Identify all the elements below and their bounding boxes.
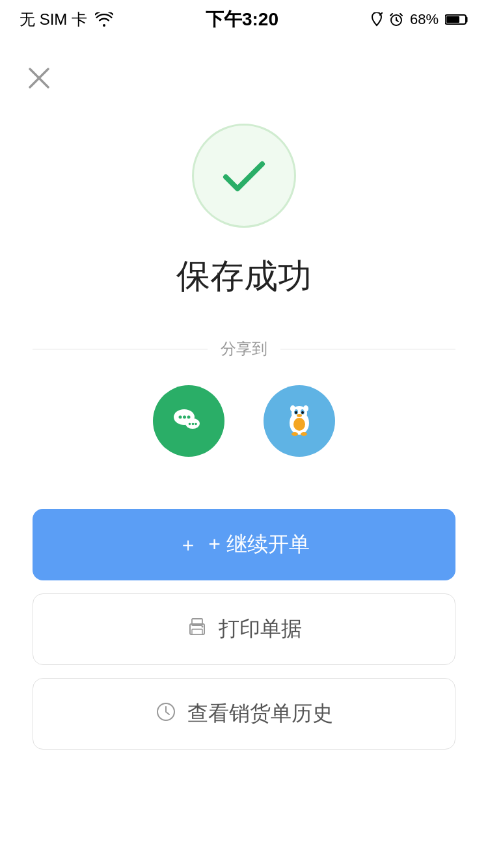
status-left: 无 SIM 卡 [20,9,113,30]
main-content: 保存成功 分享到 [0,98,488,868]
divider-line-left [33,349,208,349]
print-label: 打印单据 [219,615,302,644]
plus-icon: ＋ [178,532,198,558]
history-icon [155,701,177,727]
svg-point-11 [192,423,195,426]
svg-point-20 [293,418,305,431]
svg-point-22 [301,432,307,436]
print-icon [186,616,208,643]
printer-svg [186,616,208,638]
qq-icon [278,400,320,442]
svg-point-12 [195,423,197,426]
share-divider: 分享到 [33,338,455,359]
svg-point-10 [189,423,191,426]
print-button[interactable]: 打印单据 [33,593,455,665]
svg-point-28 [202,625,204,627]
continue-button[interactable]: ＋ + 继续开单 [33,509,455,580]
status-bar: 无 SIM 卡 下午3:20 68% [0,0,488,39]
share-wechat-button[interactable] [153,385,224,457]
battery-percentage: 68% [410,11,439,28]
status-time: 下午3:20 [206,7,278,32]
close-button[interactable] [20,59,59,98]
share-label: 分享到 [208,338,280,359]
svg-point-24 [303,405,308,412]
svg-point-21 [291,432,298,436]
svg-point-18 [301,411,304,414]
divider-line-right [280,349,455,349]
status-right: 68% [371,11,468,28]
success-title: 保存成功 [176,254,312,299]
wifi-icon [95,12,113,27]
wechat-icon [168,400,210,442]
svg-rect-26 [192,629,202,634]
battery-icon [445,14,468,25]
svg-point-6 [179,416,182,419]
location-icon [371,12,383,27]
continue-label: + 继续开单 [208,530,310,559]
checkmark-icon [218,150,270,202]
svg-point-19 [297,414,302,417]
clock-svg [155,701,177,723]
share-qq-button[interactable] [264,385,335,457]
success-icon-circle [192,124,296,228]
alarm-icon [389,12,403,27]
svg-point-23 [290,405,295,412]
svg-point-17 [295,411,297,414]
action-buttons: ＋ + 继续开单 打印单据 查看销货单历史 [33,509,455,750]
share-row [153,385,335,457]
svg-point-8 [187,416,191,419]
history-label: 查看销货单历史 [187,699,333,728]
history-button[interactable]: 查看销货单历史 [33,678,455,750]
no-sim-text: 无 SIM 卡 [20,9,87,30]
svg-point-7 [183,416,186,419]
close-icon [27,66,51,90]
svg-rect-2 [446,16,459,23]
